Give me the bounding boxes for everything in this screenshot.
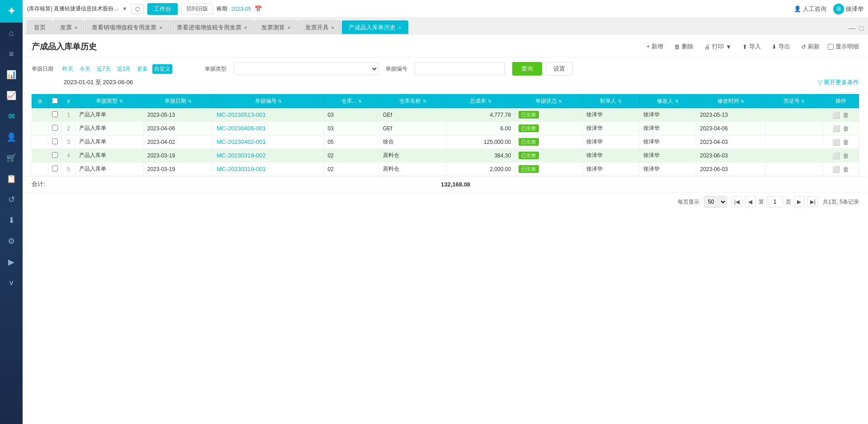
row-number-link[interactable]: MC-20230406-001: [217, 125, 265, 132]
refresh-button[interactable]: ↺ 刷新: [798, 41, 822, 52]
column-checkbox[interactable]: [48, 95, 62, 108]
page-number-input[interactable]: [767, 196, 783, 207]
copy-btn[interactable]: ⬡: [131, 4, 144, 14]
row-checkbox[interactable]: [52, 111, 58, 117]
row-number-link[interactable]: MC-20230513-001: [217, 111, 265, 118]
sidebar-item-stamp[interactable]: 📋: [0, 168, 23, 189]
user-service[interactable]: 👤 人工咨询: [794, 5, 826, 13]
delete-row-icon[interactable]: 🗑: [843, 166, 849, 173]
workbench-button[interactable]: 工作台: [147, 3, 178, 15]
column-number[interactable]: 单据编号 ⇅: [213, 95, 324, 108]
date-btn-today[interactable]: 今天: [78, 64, 92, 74]
date-btn-custom[interactable]: 自定义: [152, 64, 172, 74]
date-btn-yesterday[interactable]: 昨天: [61, 64, 75, 74]
delete-row-icon[interactable]: 🗑: [843, 125, 849, 132]
date-btn-7days[interactable]: 近7天: [95, 64, 113, 74]
edit-icon[interactable]: ⬜: [832, 166, 840, 173]
row-checkbox[interactable]: [52, 152, 58, 158]
edit-icon[interactable]: ⬜: [832, 111, 840, 119]
row-number-link[interactable]: MC-20230319-001: [217, 166, 265, 172]
column-voucher[interactable]: 凭证号 ⇅: [765, 95, 822, 108]
new-button[interactable]: + 新增: [644, 41, 666, 52]
company-dropdown-icon[interactable]: ▼: [122, 5, 127, 12]
number-filter-input[interactable]: [415, 62, 505, 75]
sidebar-item-user[interactable]: 👤: [0, 127, 23, 148]
select-all-checkbox[interactable]: [52, 98, 58, 104]
column-total-cost[interactable]: 总成本 ⇅: [447, 95, 515, 108]
delete-row-icon[interactable]: 🗑: [843, 138, 849, 146]
switch-old-button[interactable]: 切到旧版: [181, 3, 213, 14]
setting-button[interactable]: 设置: [546, 62, 573, 76]
tab-maximize-button[interactable]: □: [859, 24, 863, 33]
sidebar-item-refresh[interactable]: ↺: [0, 189, 23, 210]
row-checkbox-cell[interactable]: [48, 135, 62, 149]
row-number[interactable]: MC-20230406-001: [213, 122, 324, 135]
tab-sales-vat[interactable]: 查看销项增值税专用发票 ×: [85, 20, 169, 34]
edit-icon[interactable]: ⬜: [832, 152, 840, 159]
expand-more-btn[interactable]: ▽ 展开更多条件: [818, 78, 859, 86]
print-dropdown-icon[interactable]: ▼: [726, 43, 731, 50]
sidebar-item-settings[interactable]: ⚙: [0, 231, 23, 252]
delete-row-icon[interactable]: 🗑: [843, 152, 849, 159]
tab-minimize-button[interactable]: —: [848, 24, 855, 33]
delete-row-icon[interactable]: 🗑: [843, 111, 849, 119]
last-page-button[interactable]: ▶|: [807, 196, 818, 207]
sidebar-item-analysis[interactable]: 📈: [0, 85, 23, 106]
sidebar-item-mail[interactable]: ✉: [0, 106, 23, 127]
user-info[interactable]: 徐 徐泽华: [833, 4, 863, 14]
show-detail-checkbox[interactable]: [828, 44, 834, 50]
tab-invoice-open[interactable]: 发票开具 ×: [298, 20, 341, 34]
type-filter-select[interactable]: [234, 62, 378, 75]
first-page-button[interactable]: |◀: [731, 196, 742, 207]
sidebar-item-home[interactable]: ⌂: [0, 23, 23, 43]
date-btn-1month[interactable]: 近1月: [115, 64, 133, 74]
column-creator[interactable]: 制单人 ⇅: [582, 95, 639, 108]
column-modifier[interactable]: 修改人 ⇅: [639, 95, 696, 108]
tab-home[interactable]: 首页: [27, 20, 52, 34]
column-modify-time[interactable]: 修改时间 ⇅: [696, 95, 765, 108]
row-checkbox-cell[interactable]: [48, 149, 62, 162]
tab-invoice-close[interactable]: ×: [75, 25, 77, 30]
app-logo[interactable]: ✦: [0, 0, 23, 23]
per-page-select[interactable]: 20 50 100 200: [704, 196, 727, 208]
tab-product-in-close[interactable]: ×: [398, 25, 401, 30]
column-type[interactable]: 单据类型 ⇅: [75, 95, 144, 108]
import-button[interactable]: ⬆ 导入: [740, 41, 764, 52]
column-warehouse-name[interactable]: 仓库名称 ⇅: [379, 95, 446, 108]
row-checkbox[interactable]: [52, 166, 58, 172]
edit-icon[interactable]: ⬜: [832, 138, 840, 146]
tab-invoice-calc[interactable]: 发票测算 ×: [255, 20, 297, 34]
delete-button[interactable]: 🗑 删除: [671, 41, 696, 52]
export-button[interactable]: ⬇ 导出: [769, 41, 793, 52]
tab-invoice[interactable]: 发票 ×: [53, 20, 84, 34]
row-checkbox-cell[interactable]: [48, 108, 62, 122]
row-number[interactable]: MC-20230319-001: [213, 162, 324, 176]
date-btn-more[interactable]: 更多: [135, 64, 150, 74]
column-status[interactable]: 单据状态 ⇅: [515, 95, 582, 108]
row-number-link[interactable]: MC-20230402-001: [217, 138, 265, 145]
tab-invoice-open-close[interactable]: ×: [331, 25, 334, 30]
column-warehouse-code[interactable]: 仓库... ⇅: [324, 95, 379, 108]
next-page-button[interactable]: ▶: [794, 196, 805, 207]
print-button[interactable]: 🖨 打印 ▼: [702, 41, 734, 52]
row-number[interactable]: MC-20230513-001: [213, 108, 324, 122]
tab-purchase-vat-close[interactable]: ×: [244, 25, 247, 30]
row-checkbox[interactable]: [52, 138, 58, 144]
query-button[interactable]: 查询: [512, 62, 542, 76]
tab-purchase-vat[interactable]: 查看进项增值税专用发票 ×: [170, 20, 254, 34]
edit-icon[interactable]: ⬜: [832, 125, 840, 132]
column-date[interactable]: 单据日期 ⇅: [143, 95, 212, 108]
sidebar-item-version[interactable]: V: [0, 272, 23, 293]
sidebar-item-chart[interactable]: 📊: [0, 64, 23, 85]
column-settings[interactable]: ⚙: [32, 95, 48, 108]
row-number[interactable]: MC-20230319-002: [213, 149, 324, 162]
row-number-link[interactable]: MC-20230319-002: [217, 152, 265, 159]
tab-invoice-calc-close[interactable]: ×: [288, 25, 290, 30]
sidebar-item-doc[interactable]: ≡: [0, 43, 23, 64]
sidebar-item-video[interactable]: ▶: [0, 252, 23, 272]
tab-product-in[interactable]: 产成品入库单历史 ×: [342, 20, 408, 34]
prev-page-button[interactable]: ◀: [745, 196, 756, 207]
sidebar-item-cart[interactable]: 🛒: [0, 148, 23, 168]
row-checkbox[interactable]: [52, 125, 58, 131]
row-checkbox-cell[interactable]: [48, 122, 62, 135]
